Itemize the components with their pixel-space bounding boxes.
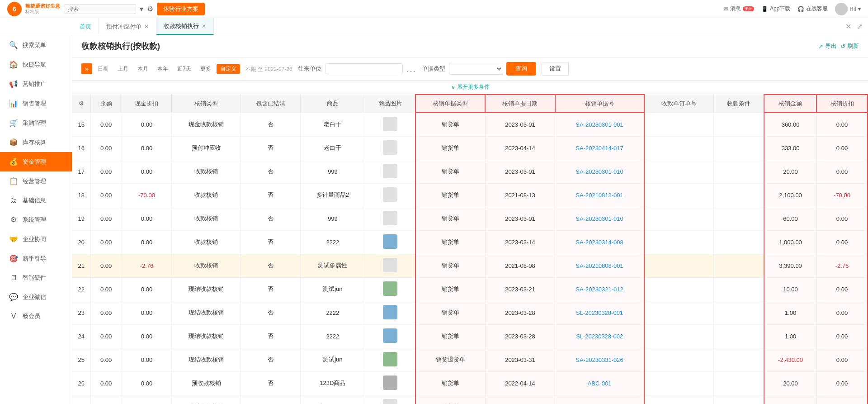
th-cancel-bill-no[interactable]: 核销单据号 bbox=[555, 95, 645, 113]
th-product-image[interactable]: 商品图片 bbox=[365, 95, 416, 113]
th-include-settled[interactable]: 包含已结清 bbox=[241, 95, 300, 113]
sidebar-item-hardware[interactable]: 🖥 智能硬件 bbox=[0, 268, 72, 287]
cell-cancel-bill-date: 2023-04-14 bbox=[485, 136, 555, 160]
th-cancel-amount[interactable]: 核销金额 bbox=[764, 95, 816, 113]
bill-no-link[interactable]: SA-20230301-001 bbox=[576, 121, 623, 128]
message-button[interactable]: ✉ 消息 99+ bbox=[724, 5, 754, 13]
th-balance[interactable]: 余额 bbox=[90, 95, 122, 113]
sidebar-item-sales[interactable]: 📊 销售管理 bbox=[0, 94, 72, 113]
bill-no-link[interactable]: ABC-001 bbox=[588, 380, 612, 387]
cell-cancel-discount: 0.00 bbox=[816, 136, 868, 160]
sidebar-item-basic[interactable]: 🗂 基础信息 bbox=[0, 191, 72, 210]
date-tab-this-month[interactable]: 本月 bbox=[134, 64, 152, 74]
sidebar-item-purchase[interactable]: 🛒 采购管理 bbox=[0, 113, 72, 133]
cell-cancel-amount: 10.00 bbox=[764, 277, 816, 301]
cell-cancel-bill-type: 销货单 bbox=[415, 207, 485, 230]
bill-no-link[interactable]: SL-20230328-002 bbox=[576, 333, 623, 340]
sidebar-item-marketing[interactable]: 📢 营销推广 bbox=[0, 74, 72, 94]
chevron-down-icon[interactable]: ▾ bbox=[140, 5, 143, 13]
sidebar-item-member[interactable]: V 畅会员 bbox=[0, 307, 72, 326]
date-tab-this-year[interactable]: 本年 bbox=[154, 64, 172, 74]
th-product[interactable]: 商品 bbox=[300, 95, 365, 113]
tab-home-label: 首页 bbox=[80, 23, 91, 31]
user-menu[interactable]: Rit ▾ bbox=[835, 3, 861, 15]
sidebar-item-operation[interactable]: 📋 经营管理 bbox=[0, 171, 72, 191]
counterpart-input[interactable] bbox=[325, 63, 403, 74]
date-tab-more[interactable]: 更多 bbox=[197, 64, 215, 74]
sidebar-item-wechat[interactable]: 💬 企业微信 bbox=[0, 287, 72, 307]
app-download-button[interactable]: 📱 App下载 bbox=[761, 5, 790, 13]
cell-cancel-bill-no: SA-20230414-017 bbox=[555, 136, 645, 160]
solution-button[interactable]: 休验行业方案 bbox=[157, 3, 205, 15]
export-button[interactable]: ↗ 导出 bbox=[818, 42, 837, 50]
th-cancel-bill-date[interactable]: 核销单据日期 bbox=[485, 95, 555, 113]
th-settings[interactable]: ⚙ bbox=[72, 95, 90, 113]
sidebar-label-inventory: 库存核算 bbox=[23, 138, 46, 147]
date-tab-7days[interactable]: 近7天 bbox=[174, 64, 195, 74]
tab-cancel[interactable]: 收款核销执行 ✕ bbox=[156, 18, 214, 35]
tab-close-all-icon[interactable]: ✕ bbox=[844, 20, 853, 33]
date-custom-button[interactable]: 自定义 bbox=[217, 64, 240, 74]
tab-cancel-close[interactable]: ✕ bbox=[202, 23, 206, 29]
cell-cancel-type: 收款核销 bbox=[172, 183, 241, 207]
sidebar-label-finance: 资金管理 bbox=[23, 158, 46, 166]
cell-receipt-condition bbox=[714, 207, 764, 230]
sidebar-item-search[interactable]: 🔍 搜索菜单 bbox=[0, 35, 72, 55]
bill-no-link[interactable]: SL-20230328-001 bbox=[576, 309, 623, 316]
tab-prepay-label: 预付冲应付单 bbox=[106, 23, 142, 31]
cell-cancel-discount: 0.00 bbox=[816, 324, 868, 348]
th-receipt-condition[interactable]: 收款条件 bbox=[714, 95, 764, 113]
sidebar-item-guide[interactable]: 🎯 新手引导 bbox=[0, 249, 72, 268]
bill-no-link[interactable]: SA-20230301-010 bbox=[576, 215, 623, 222]
cell-cancel-bill-no: SA-20230301-010 bbox=[555, 207, 645, 230]
online-service-button[interactable]: 🎧 在线客服 bbox=[797, 5, 828, 13]
cell-cancel-bill-date: 2023-03-14 bbox=[485, 230, 555, 254]
tab-prepay[interactable]: 预付冲应付单 ✕ bbox=[99, 18, 156, 35]
cell-cancel-bill-no: SL-20230408-001 bbox=[555, 395, 645, 404]
sidebar-item-system[interactable]: ⚙ 系统管理 bbox=[0, 210, 72, 229]
cell-product-image bbox=[365, 395, 416, 404]
setting-button[interactable]: 设置 bbox=[542, 62, 569, 76]
tab-expand-icon[interactable]: ⤢ bbox=[855, 20, 864, 33]
search-input[interactable] bbox=[64, 4, 136, 14]
username: Rit bbox=[849, 6, 856, 12]
bill-no-link[interactable]: SA-20210808-001 bbox=[576, 262, 623, 269]
page-header: 收款核销执行(按收款) ↗ 导出 ↺ 刷新 bbox=[72, 35, 868, 57]
cell-cash-discount: -70.00 bbox=[122, 183, 172, 207]
th-cancel-bill-type[interactable]: 核销单据类型 bbox=[415, 95, 485, 113]
sidebar-item-nav[interactable]: 🏠 快捷导航 bbox=[0, 55, 72, 74]
counterpart-dots[interactable]: ... bbox=[406, 64, 417, 74]
cell-cancel-type: 收款核销 bbox=[172, 207, 241, 230]
date-tab-last-month[interactable]: 上月 bbox=[114, 64, 132, 74]
bill-no-link[interactable]: SA-20230414-017 bbox=[576, 145, 623, 152]
bill-no-link[interactable]: SA-20230321-012 bbox=[576, 286, 623, 293]
cell-product-image bbox=[365, 348, 416, 371]
gear-icon[interactable]: ⚙ bbox=[147, 5, 153, 13]
th-cash-discount[interactable]: 现金折扣 bbox=[122, 95, 172, 113]
filter-toggle-button[interactable]: » bbox=[81, 63, 92, 74]
sidebar-item-collab[interactable]: 🤝 企业协同 bbox=[0, 229, 72, 249]
cell-receipt-order-no bbox=[644, 113, 713, 136]
th-receipt-order-no[interactable]: 收款单订单号 bbox=[644, 95, 713, 113]
expand-bar[interactable]: ∨ 展开更多条件 bbox=[72, 81, 868, 94]
th-cancel-discount[interactable]: 核销折扣 bbox=[816, 95, 868, 113]
tab-home[interactable]: 首页 bbox=[72, 18, 99, 35]
tab-prepay-close[interactable]: ✕ bbox=[144, 24, 149, 30]
cell-product: 测试jun bbox=[300, 277, 365, 301]
bill-no-link[interactable]: SA-20230331-026 bbox=[576, 356, 623, 363]
query-button[interactable]: 查询 bbox=[506, 62, 536, 76]
refresh-button[interactable]: ↺ 刷新 bbox=[840, 42, 859, 50]
bill-no-link[interactable]: SA-20230301-010 bbox=[576, 168, 623, 175]
sidebar-label-system: 系统管理 bbox=[23, 216, 46, 224]
cell-receipt-order-no bbox=[644, 301, 713, 324]
bill-no-link[interactable]: SA-20230314-008 bbox=[576, 239, 623, 246]
table-row: 22 0.00 0.00 现结收款核销 否 测试jun 销货单 2023-03-… bbox=[72, 277, 868, 301]
cell-include-settled: 否 bbox=[241, 160, 300, 183]
cell-product-image bbox=[365, 230, 416, 254]
th-cancel-type[interactable]: 核销类型 bbox=[172, 95, 241, 113]
sidebar-item-inventory[interactable]: 📦 库存核算 bbox=[0, 133, 72, 152]
bill-type-select[interactable] bbox=[449, 63, 503, 75]
tab-bar: 首页 预付冲应付单 ✕ 收款核销执行 ✕ ✕ ⤢ bbox=[0, 18, 868, 35]
bill-no-link[interactable]: SA-20210813-001 bbox=[576, 192, 623, 199]
sidebar-item-finance[interactable]: 💰 资金管理 bbox=[0, 152, 72, 171]
